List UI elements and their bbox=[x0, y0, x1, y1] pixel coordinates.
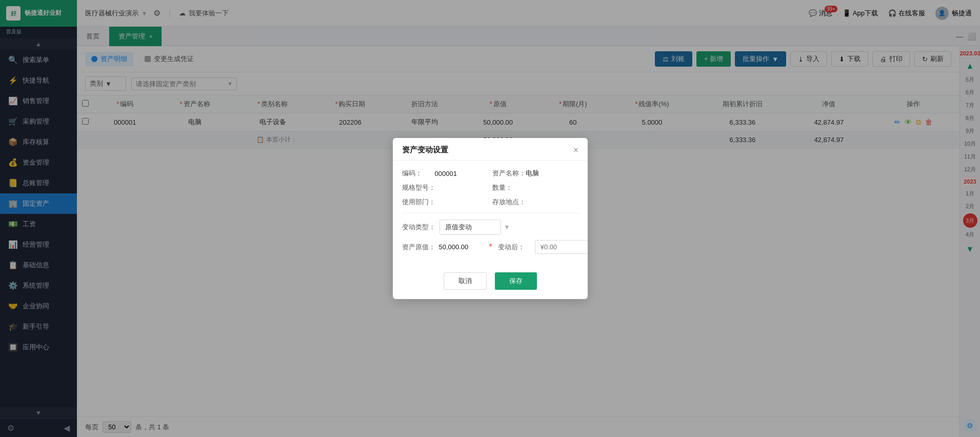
save-button[interactable]: 保存 bbox=[495, 272, 537, 290]
spec-label: 规格型号： bbox=[402, 183, 435, 192]
modal-row-asset-value: 资产原值： 50,000.00 * 变动后： bbox=[402, 240, 578, 254]
change-type-select[interactable]: 原值变动 bbox=[439, 220, 501, 235]
after-change-label: 变动后： bbox=[498, 243, 531, 252]
location-label: 存放地点： bbox=[492, 197, 526, 207]
code-value: 000001 bbox=[435, 170, 457, 177]
modal-title: 资产变动设置 bbox=[402, 145, 448, 155]
modal-header: 资产变动设置 × bbox=[393, 138, 588, 161]
code-field: 编码： 000001 bbox=[402, 169, 488, 178]
after-change-input[interactable] bbox=[535, 240, 588, 254]
asset-name-value: 电脑 bbox=[526, 169, 539, 178]
change-type-select-wrap: 原值变动 ▼ bbox=[439, 220, 510, 235]
spec-field: 规格型号： bbox=[402, 183, 488, 192]
modal-row-code-name: 编码： 000001 资产名称： 电脑 bbox=[402, 169, 578, 178]
modal-row-dept-loc: 使用部门： 存放地点： bbox=[402, 197, 578, 207]
change-type-value: 原值变动 bbox=[445, 223, 472, 231]
asset-name-label: 资产名称： bbox=[492, 169, 526, 178]
modal-row-change-type: 变动类型： 原值变动 ▼ bbox=[402, 220, 578, 235]
modal-footer: 取消 保存 bbox=[393, 267, 588, 299]
change-type-label: 变动类型： bbox=[402, 223, 435, 232]
modal-row-spec-qty: 规格型号： 数量： bbox=[402, 183, 578, 192]
change-type-dropdown-icon[interactable]: ▼ bbox=[504, 224, 510, 231]
asset-change-modal: 资产变动设置 × 编码： 000001 资产名称： 电脑 规格型号： bbox=[393, 138, 588, 299]
modal-close-button[interactable]: × bbox=[573, 146, 578, 155]
dept-label: 使用部门： bbox=[402, 197, 435, 207]
asset-value-value: 50,000.00 bbox=[439, 243, 485, 251]
code-label: 编码： bbox=[402, 169, 435, 178]
required-star: * bbox=[489, 243, 492, 252]
cancel-button[interactable]: 取消 bbox=[444, 272, 487, 290]
quantity-field: 数量： bbox=[492, 183, 578, 192]
modal-body: 编码： 000001 资产名称： 电脑 规格型号： 数量： bbox=[393, 161, 588, 267]
dept-field: 使用部门： bbox=[402, 197, 488, 207]
location-field: 存放地点： bbox=[492, 197, 578, 207]
modal-overlay: 资产变动设置 × 编码： 000001 资产名称： 电脑 规格型号： bbox=[0, 0, 980, 437]
modal-divider bbox=[402, 213, 578, 213]
asset-value-label: 资产原值： bbox=[402, 243, 435, 252]
asset-name-field: 资产名称： 电脑 bbox=[492, 169, 578, 178]
quantity-label: 数量： bbox=[492, 183, 525, 192]
